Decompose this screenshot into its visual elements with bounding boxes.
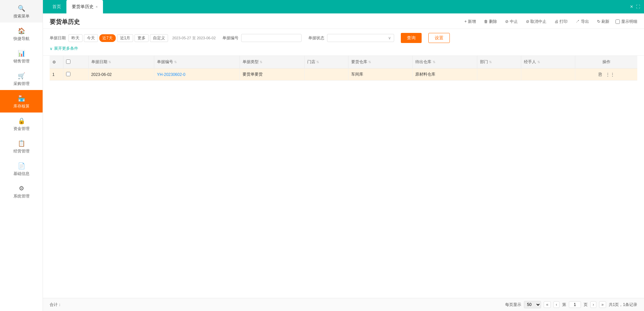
stop-button[interactable]: ⊘ 中止 bbox=[503, 17, 520, 26]
data-table: ⚙ 单据日期 ⇅ 单据编号 ⇅ 单据类型 bbox=[50, 56, 637, 81]
date-btn-last-month[interactable]: 近1月 bbox=[117, 34, 133, 42]
cell-dept bbox=[477, 69, 521, 81]
row-view-icon[interactable]: 🖹 bbox=[598, 72, 602, 77]
table-area: ⚙ 单据日期 ⇅ 单据编号 ⇅ 单据类型 bbox=[43, 56, 644, 298]
date-btn-yesterday[interactable]: 昨天 bbox=[68, 34, 83, 42]
doc-number-link[interactable]: YH-20230602-0 bbox=[157, 72, 185, 77]
basic-info-icon: 📄 bbox=[18, 162, 25, 170]
sort-store-icon[interactable]: ⇅ bbox=[316, 60, 319, 64]
page-number-input[interactable] bbox=[569, 301, 581, 308]
content-area: 要货单历史 + 新增 🗑 删除 ⊘ 中止 ⊘ 取消中止 🖨 打印 ↗ 导出 ↻ … bbox=[43, 13, 644, 311]
doc-number-input[interactable] bbox=[241, 34, 302, 42]
date-btn-custom[interactable]: 自定义 bbox=[150, 34, 168, 42]
search-menu-icon: 🔍 bbox=[18, 5, 25, 12]
page-prefix-label: 第 bbox=[562, 302, 566, 308]
table-footer: 合计： 每页显示 10 20 50 100 « ‹ 第 页 › » 共1页，1条… bbox=[43, 298, 644, 311]
sort-doc-type-icon[interactable]: ⇅ bbox=[260, 60, 262, 64]
total-info: 共1页，1条记录 bbox=[609, 302, 637, 308]
sys-mgmt-icon: ⚙ bbox=[19, 185, 24, 192]
per-page-select[interactable]: 10 20 50 100 bbox=[524, 301, 541, 308]
col-checkbox bbox=[63, 56, 88, 69]
sort-handler-icon[interactable]: ⇅ bbox=[537, 60, 540, 64]
ops-icon: 📋 bbox=[18, 140, 25, 147]
cell-action: 🖹 ⋮⋮ bbox=[575, 69, 637, 81]
expand-conditions-btn[interactable]: ∨ 展开更多条件 bbox=[50, 46, 637, 51]
total-label: 合计： bbox=[50, 302, 62, 308]
topbar: 首页 要货单历史 × ✕ ⛶ bbox=[43, 0, 644, 13]
display-detail-checkbox[interactable] bbox=[615, 19, 620, 24]
cell-doc-number: YH-20230602-0 bbox=[154, 69, 240, 81]
cell-doc-type: 要货单要货 bbox=[239, 69, 304, 81]
sidebar-item-inventory[interactable]: 🏪 库存核算 bbox=[0, 90, 43, 113]
topbar-close-btn[interactable]: ✕ bbox=[630, 4, 633, 9]
row-edit-icon[interactable]: ⋮⋮ bbox=[605, 72, 615, 77]
cell-handler bbox=[521, 69, 575, 81]
display-detail-toggle: 显示明细 bbox=[615, 19, 637, 25]
query-button[interactable]: 查询 bbox=[401, 33, 422, 43]
tab-home[interactable]: 首页 bbox=[47, 0, 66, 13]
tab-requisition-history[interactable]: 要货单历史 × bbox=[66, 0, 103, 13]
doc-status-label: 单据状态 bbox=[308, 35, 324, 41]
cell-req-warehouse: 车间库 bbox=[348, 69, 412, 81]
export-button[interactable]: ↗ 导出 bbox=[574, 17, 591, 26]
page-header: 要货单历史 + 新增 🗑 删除 ⊘ 中止 ⊘ 取消中止 🖨 打印 ↗ 导出 ↻ … bbox=[43, 13, 644, 29]
refresh-button[interactable]: ↻ 刷新 bbox=[595, 17, 611, 26]
doc-status-select[interactable]: ∨ bbox=[327, 34, 394, 42]
sidebar-item-purchase-mgmt[interactable]: 🛒 采购管理 bbox=[0, 68, 43, 90]
new-button[interactable]: + 新增 bbox=[463, 17, 478, 26]
doc-number-label: 单据编号 bbox=[222, 35, 238, 41]
prev-page-btn[interactable]: ‹ bbox=[553, 301, 559, 308]
date-buttons: 昨天 今天 近7天 近1月 更多 自定义 bbox=[68, 34, 168, 42]
filter-area: 单据日期 昨天 今天 近7天 近1月 更多 自定义 2023-05-27 至 2… bbox=[43, 29, 644, 56]
cell-store bbox=[304, 69, 348, 81]
per-page-label: 每页显示 bbox=[505, 302, 521, 308]
sidebar-item-ops-mgmt[interactable]: 📋 经营管理 bbox=[0, 135, 43, 158]
chevron-down-icon: ∨ bbox=[50, 46, 53, 51]
last-page-btn[interactable]: » bbox=[599, 301, 606, 308]
col-settings[interactable]: ⚙ bbox=[50, 56, 63, 69]
next-page-btn[interactable]: › bbox=[590, 301, 596, 308]
tab-close-icon[interactable]: × bbox=[96, 5, 98, 9]
date-btn-today[interactable]: 今天 bbox=[84, 34, 98, 42]
quick-nav-icon: 🏠 bbox=[18, 27, 25, 35]
col-dept: 部门 ⇅ bbox=[477, 56, 521, 69]
col-doc-number: 单据编号 ⇅ bbox=[154, 56, 240, 69]
col-handler: 经手人 ⇅ bbox=[521, 56, 575, 69]
sidebar-item-sys-mgmt[interactable]: ⚙ 系统管理 bbox=[0, 180, 43, 203]
col-doc-type: 单据类型 ⇅ bbox=[239, 56, 304, 69]
date-btn-last7days[interactable]: 近7天 bbox=[99, 34, 116, 42]
sort-doc-number-icon[interactable]: ⇅ bbox=[174, 60, 177, 64]
row-checkbox[interactable] bbox=[66, 72, 70, 76]
settings-button[interactable]: 设置 bbox=[428, 33, 450, 43]
sidebar-item-finance-mgmt[interactable]: 🔒 资金管理 bbox=[0, 113, 43, 135]
inventory-icon: 🏪 bbox=[18, 95, 25, 102]
delete-button[interactable]: 🗑 删除 bbox=[482, 17, 499, 26]
topbar-maximize-btn[interactable]: ⛶ bbox=[636, 4, 640, 9]
sidebar-item-quick-nav[interactable]: 🏠 快捷导航 bbox=[0, 23, 43, 45]
sort-doc-date-icon[interactable]: ⇅ bbox=[108, 60, 111, 64]
sort-req-warehouse-icon[interactable]: ⇅ bbox=[368, 60, 371, 64]
display-detail-label: 显示明细 bbox=[621, 19, 637, 25]
doc-number-filter: 单据编号 bbox=[222, 34, 302, 42]
sidebar-item-sales-mgmt[interactable]: 📊 销售管理 bbox=[0, 45, 43, 68]
page-suffix-label: 页 bbox=[584, 302, 588, 308]
cancel-stop-button[interactable]: ⊘ 取消中止 bbox=[524, 17, 548, 26]
sidebar-item-basic-info[interactable]: 📄 基础信息 bbox=[0, 158, 43, 180]
print-button[interactable]: 🖨 打印 bbox=[552, 17, 570, 26]
sort-dept-icon[interactable]: ⇅ bbox=[489, 60, 492, 64]
col-action: 操作 bbox=[575, 56, 637, 69]
sidebar-item-search-menu[interactable]: 🔍 搜索菜单 bbox=[0, 0, 43, 23]
first-page-btn[interactable]: « bbox=[544, 301, 551, 308]
date-btn-more[interactable]: 更多 bbox=[135, 34, 149, 42]
col-doc-date: 单据日期 ⇅ bbox=[88, 56, 154, 69]
doc-status-filter: 单据状态 ∨ bbox=[308, 34, 394, 42]
col-pending-warehouse: 待出仓库 ⇅ bbox=[413, 56, 477, 69]
select-all-checkbox[interactable] bbox=[66, 59, 70, 64]
cell-index: 1 bbox=[50, 69, 63, 81]
sort-pending-warehouse-icon[interactable]: ⇅ bbox=[433, 60, 435, 64]
cell-doc-date: 2023-06-02 bbox=[88, 69, 154, 81]
pagination: 每页显示 10 20 50 100 « ‹ 第 页 › » 共1页，1条记录 bbox=[505, 301, 637, 308]
table-header-row: ⚙ 单据日期 ⇅ 单据编号 ⇅ 单据类型 bbox=[50, 56, 637, 69]
date-filter-label: 单据日期 bbox=[50, 35, 66, 41]
cell-checkbox bbox=[63, 69, 88, 81]
